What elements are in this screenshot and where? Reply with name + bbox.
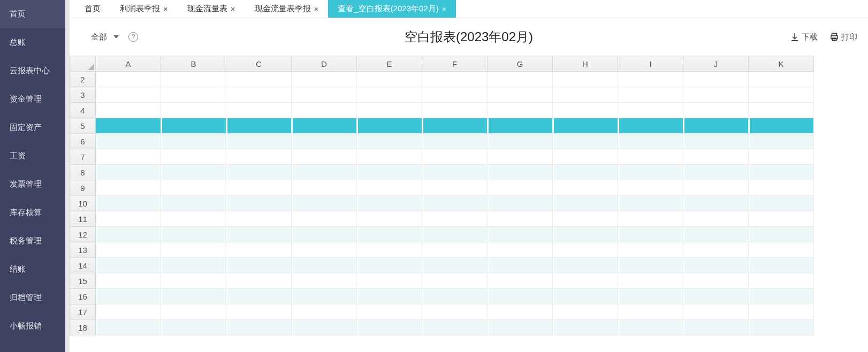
cell-H6[interactable] [553, 134, 618, 149]
cell-I17[interactable] [618, 304, 683, 320]
cell-G11[interactable] [488, 211, 553, 227]
cell-F3[interactable] [422, 87, 488, 103]
cell-B4[interactable] [161, 103, 226, 118]
cell-C18[interactable] [226, 320, 292, 335]
cell-B2[interactable] [161, 72, 226, 87]
cell-E9[interactable] [357, 180, 422, 196]
cell-E2[interactable] [357, 72, 422, 87]
cell-C3[interactable] [226, 87, 292, 103]
cell-H14[interactable] [553, 258, 618, 273]
cell-I15[interactable] [618, 273, 683, 289]
row-header-9[interactable]: 9 [70, 180, 96, 196]
cell-C9[interactable] [226, 180, 292, 196]
cell-E18[interactable] [357, 320, 422, 335]
sidebar-item-5[interactable]: 工资 [0, 142, 67, 170]
cell-C2[interactable] [226, 72, 292, 87]
print-button[interactable]: 打印 [829, 32, 857, 42]
cell-I4[interactable] [618, 103, 683, 118]
cell-B17[interactable] [161, 304, 226, 320]
cell-J16[interactable] [683, 289, 749, 304]
cell-F14[interactable] [422, 258, 488, 273]
cell-B16[interactable] [161, 289, 226, 304]
cell-K15[interactable] [749, 273, 814, 289]
sidebar-item-2[interactable]: 云报表中心 [0, 57, 67, 85]
row-header-2[interactable]: 2 [70, 72, 96, 87]
col-header-F[interactable]: F [422, 56, 488, 72]
cell-A2[interactable] [96, 72, 161, 87]
cell-H7[interactable] [553, 149, 618, 165]
cell-H9[interactable] [553, 180, 618, 196]
cell-G14[interactable] [488, 258, 553, 273]
cell-G3[interactable] [488, 87, 553, 103]
spreadsheet[interactable]: ABCDEFGHIJK23456789101112131415161718 [70, 56, 868, 352]
cell-C16[interactable] [226, 289, 292, 304]
cell-G9[interactable] [488, 180, 553, 196]
cell-F10[interactable] [422, 196, 488, 211]
row-header-15[interactable]: 15 [70, 273, 96, 289]
cell-C12[interactable] [226, 227, 292, 242]
tab-1[interactable]: 利润表季报× [110, 0, 178, 18]
cell-K3[interactable] [749, 87, 814, 103]
close-icon[interactable]: × [163, 5, 168, 13]
sidebar-item-0[interactable]: 首页 [0, 0, 67, 28]
cell-K11[interactable] [749, 211, 814, 227]
cell-H17[interactable] [553, 304, 618, 320]
cell-A14[interactable] [96, 258, 161, 273]
cell-F2[interactable] [422, 72, 488, 87]
cell-G10[interactable] [488, 196, 553, 211]
cell-K8[interactable] [749, 165, 814, 180]
cell-I9[interactable] [618, 180, 683, 196]
cell-B8[interactable] [161, 165, 226, 180]
cell-E15[interactable] [357, 273, 422, 289]
cell-C13[interactable] [226, 242, 292, 258]
cell-B11[interactable] [161, 211, 226, 227]
cell-D16[interactable] [292, 289, 357, 304]
cell-C11[interactable] [226, 211, 292, 227]
tab-3[interactable]: 现金流量表季报× [245, 0, 329, 18]
cell-B15[interactable] [161, 273, 226, 289]
cell-K14[interactable] [749, 258, 814, 273]
cell-K16[interactable] [749, 289, 814, 304]
cell-I6[interactable] [618, 134, 683, 149]
cell-G17[interactable] [488, 304, 553, 320]
cell-J9[interactable] [683, 180, 749, 196]
row-header-18[interactable]: 18 [70, 320, 96, 335]
row-header-4[interactable]: 4 [70, 103, 96, 118]
cell-A7[interactable] [96, 149, 161, 165]
cell-C8[interactable] [226, 165, 292, 180]
cell-E17[interactable] [357, 304, 422, 320]
cell-I7[interactable] [618, 149, 683, 165]
cell-C14[interactable] [226, 258, 292, 273]
cell-K5[interactable] [749, 118, 814, 134]
row-header-13[interactable]: 13 [70, 242, 96, 258]
cell-F18[interactable] [422, 320, 488, 335]
sidebar-item-9[interactable]: 结账 [0, 255, 67, 284]
cell-F16[interactable] [422, 289, 488, 304]
cell-G2[interactable] [488, 72, 553, 87]
sidebar-item-6[interactable]: 发票管理 [0, 170, 67, 198]
filter-all[interactable]: 全部 [91, 32, 107, 42]
cell-K13[interactable] [749, 242, 814, 258]
cell-D9[interactable] [292, 180, 357, 196]
sheet-corner[interactable] [70, 56, 96, 72]
sidebar-scrollbar[interactable] [65, 0, 70, 352]
cell-H16[interactable] [553, 289, 618, 304]
row-header-8[interactable]: 8 [70, 165, 96, 180]
cell-J2[interactable] [683, 72, 749, 87]
cell-B12[interactable] [161, 227, 226, 242]
cell-F6[interactable] [422, 134, 488, 149]
help-icon[interactable]: ? [128, 32, 138, 42]
cell-A5[interactable] [96, 118, 161, 134]
cell-A8[interactable] [96, 165, 161, 180]
cell-K2[interactable] [749, 72, 814, 87]
cell-F15[interactable] [422, 273, 488, 289]
cell-E6[interactable] [357, 134, 422, 149]
cell-A15[interactable] [96, 273, 161, 289]
cell-F13[interactable] [422, 242, 488, 258]
cell-H13[interactable] [553, 242, 618, 258]
row-header-3[interactable]: 3 [70, 87, 96, 103]
cell-E11[interactable] [357, 211, 422, 227]
sidebar-item-3[interactable]: 资金管理 [0, 85, 67, 113]
sidebar-item-1[interactable]: 总账 [0, 28, 67, 57]
row-header-11[interactable]: 11 [70, 211, 96, 227]
